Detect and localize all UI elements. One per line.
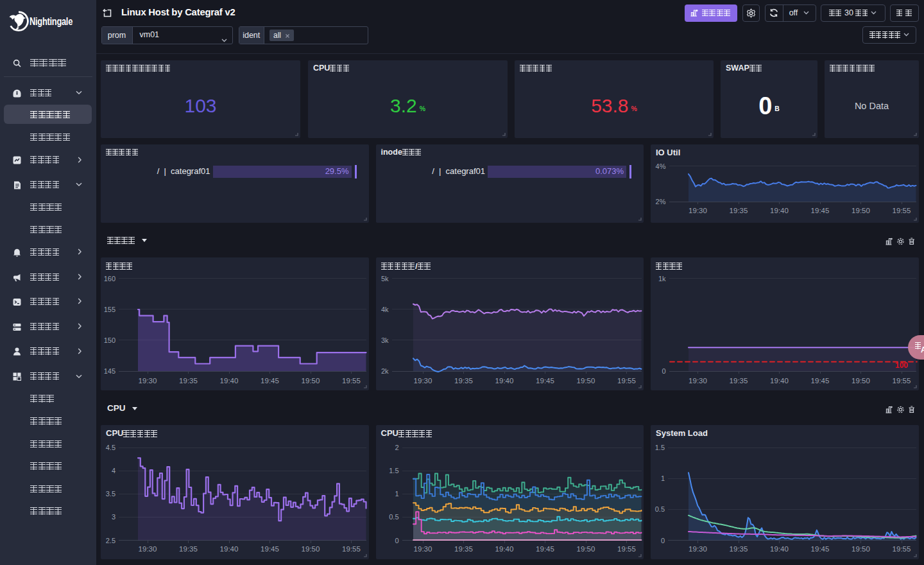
- svg-text:1.5: 1.5: [389, 467, 398, 474]
- svg-text:0: 0: [661, 537, 665, 544]
- svg-text:19:50: 19:50: [851, 545, 870, 553]
- svg-text:0: 0: [662, 367, 665, 375]
- svg-text:19:45: 19:45: [811, 376, 830, 384]
- svg-text:19:55: 19:55: [617, 376, 636, 384]
- svg-text:19:50: 19:50: [302, 376, 320, 384]
- svg-text:19:55: 19:55: [893, 206, 911, 214]
- svg-text:155: 155: [104, 305, 116, 313]
- svg-text:2: 2: [395, 444, 398, 451]
- svg-text:19:30: 19:30: [413, 376, 432, 384]
- svg-text:3: 3: [112, 513, 116, 521]
- svg-text:19:55: 19:55: [342, 545, 361, 553]
- svg-text:19:40: 19:40: [495, 376, 513, 384]
- svg-text:19:30: 19:30: [689, 206, 707, 214]
- svg-text:19:45: 19:45: [261, 376, 279, 384]
- svg-text:19:55: 19:55: [342, 376, 361, 384]
- svg-text:19:35: 19:35: [730, 545, 748, 553]
- svg-text:1: 1: [395, 490, 398, 498]
- svg-text:19:45: 19:45: [261, 545, 279, 553]
- svg-text:4: 4: [112, 467, 116, 474]
- svg-text:4.5: 4.5: [106, 444, 116, 451]
- svg-text:19:45: 19:45: [536, 545, 554, 553]
- svg-text:19:50: 19:50: [851, 206, 870, 214]
- svg-text:19:50: 19:50: [576, 376, 595, 384]
- svg-text:0: 0: [395, 537, 398, 544]
- svg-text:150: 150: [104, 336, 116, 343]
- svg-text:19:55: 19:55: [617, 545, 636, 553]
- svg-text:0.5: 0.5: [389, 513, 398, 521]
- svg-text:19:40: 19:40: [770, 376, 789, 384]
- svg-text:19:50: 19:50: [302, 545, 320, 553]
- svg-text:19:50: 19:50: [851, 376, 870, 384]
- svg-text:19:40: 19:40: [220, 545, 239, 553]
- svg-text:19:40: 19:40: [495, 545, 513, 553]
- svg-text:4k: 4k: [381, 305, 388, 313]
- svg-text:19:40: 19:40: [770, 545, 789, 553]
- svg-text:160: 160: [104, 274, 116, 282]
- svg-text:19:40: 19:40: [220, 376, 239, 384]
- svg-text:19:45: 19:45: [536, 376, 554, 384]
- svg-text:19:50: 19:50: [576, 545, 595, 553]
- svg-text:2k: 2k: [381, 367, 388, 375]
- svg-text:0.5: 0.5: [655, 505, 665, 513]
- svg-text:19:30: 19:30: [689, 545, 707, 553]
- svg-text:19:30: 19:30: [139, 545, 157, 553]
- svg-text:1: 1: [661, 474, 665, 482]
- svg-text:19:30: 19:30: [689, 376, 707, 384]
- svg-text:19:45: 19:45: [811, 206, 830, 214]
- svg-text:19:40: 19:40: [770, 206, 789, 214]
- svg-text:19:45: 19:45: [811, 545, 830, 553]
- svg-text:3.5: 3.5: [106, 490, 116, 498]
- svg-text:19:30: 19:30: [139, 376, 157, 384]
- svg-text:2%: 2%: [656, 198, 666, 205]
- svg-text:5k: 5k: [381, 274, 388, 282]
- svg-text:3k: 3k: [381, 336, 388, 343]
- svg-text:1k: 1k: [658, 274, 666, 282]
- svg-text:19:35: 19:35: [730, 376, 748, 384]
- svg-text:19:35: 19:35: [179, 376, 198, 384]
- svg-text:4%: 4%: [656, 162, 666, 170]
- svg-text:19:35: 19:35: [454, 376, 473, 384]
- svg-text:100: 100: [895, 361, 908, 370]
- svg-text:2.5: 2.5: [106, 537, 116, 544]
- svg-text:1.5: 1.5: [655, 444, 665, 451]
- svg-text:19:35: 19:35: [179, 545, 198, 553]
- svg-text:19:30: 19:30: [413, 545, 432, 553]
- svg-text:19:55: 19:55: [893, 376, 911, 384]
- svg-text:19:35: 19:35: [730, 206, 748, 214]
- svg-text:19:35: 19:35: [454, 545, 473, 553]
- svg-text:19:55: 19:55: [893, 545, 911, 553]
- svg-text:145: 145: [104, 367, 116, 375]
